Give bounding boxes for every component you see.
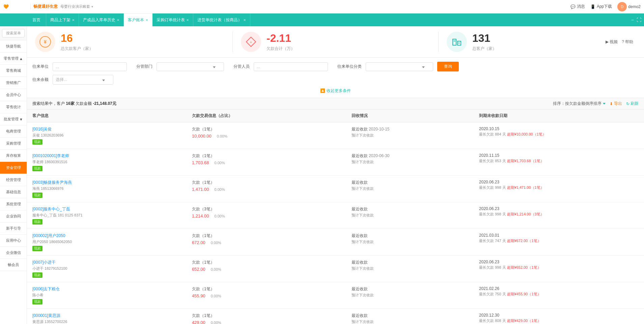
debt-cell: 欠款（1笔） 429.00 0.00% — [192, 313, 352, 324]
sort-chevron-icon — [603, 103, 606, 105]
balance-label: 往来余额 — [32, 77, 49, 83]
search-menu-input[interactable]: 搜索菜单 — [2, 29, 25, 37]
message-label: 消息 — [577, 4, 585, 9]
tab-close-icon[interactable]: ✕ — [117, 18, 119, 22]
overdue-link[interactable]: 超期¥1,703.68（1笔） — [507, 159, 544, 163]
tab-customer-account[interactable]: 客户账本 ✕ — [124, 13, 152, 26]
customer-name-link[interactable]: [0007]小进干 — [32, 260, 56, 265]
stat-icon-owing: ¥ — [35, 32, 55, 52]
overdue-link[interactable]: 超期¥672.00（1笔） — [507, 239, 541, 243]
sidebar-item-capital-mgmt[interactable]: 资金管理 — [0, 162, 27, 174]
sidebar-item-system-mgmt[interactable]: 系统管理 — [0, 198, 27, 210]
nav-dropdown-icon[interactable]: ▾ — [91, 5, 93, 8]
overdue-link[interactable]: 超期¥455.90（1笔） — [507, 292, 541, 296]
unit-category-select[interactable] — [366, 62, 433, 71]
recovery-label: 最近收款 — [352, 260, 479, 265]
debt-amount: 10,000.00 — [192, 134, 212, 139]
debt-cell: 欠款（1笔） 455.90 0.00% — [192, 286, 352, 304]
due-date: 2020.06.23 — [479, 206, 639, 211]
tab-inventory-summary[interactable]: 进货单统计表（按商品） ✕ — [193, 13, 250, 26]
tab-purchase-order[interactable]: 采购订单统计表 ✕ — [152, 13, 193, 26]
customer-name-link[interactable]: [0001020001]李老师 — [32, 153, 69, 158]
person-input[interactable]: ... — [254, 62, 328, 71]
tab-close-icon[interactable]: ✕ — [186, 18, 189, 22]
overdue-link[interactable]: 超期¥1,471.00（1笔） — [507, 185, 544, 189]
overdue-link[interactable]: 超期¥1,214.00（3笔） — [507, 212, 544, 216]
recovery-label: 最近收款 — [352, 180, 479, 185]
tab-close-icon[interactable]: ✕ — [72, 18, 75, 22]
overdue-link[interactable]: 超期¥10,000.00（1笔） — [507, 132, 546, 136]
user-menu[interactable]: D demo2 — [617, 2, 641, 11]
sidebar-item-retail-stats[interactable]: 零售统计 — [0, 101, 27, 113]
sidebar-item-quick-nav[interactable]: 快捷导航 — [0, 40, 27, 53]
recovery-next: 预计下次收款 — [352, 213, 479, 218]
sidebar-item-new-guide[interactable]: 新手引导 — [0, 223, 27, 235]
sort-button[interactable]: 排序：按欠款金额倒序排序 — [553, 101, 606, 107]
header-right: 💬 消息 📱 App下载 D demo2 — [570, 2, 641, 11]
sidebar-item-marketing[interactable]: 营销推广 — [0, 77, 27, 89]
tab-close-icon[interactable]: ✕ — [243, 18, 246, 22]
sidebar-item-enterprise-collab[interactable]: 企业协同 — [0, 210, 27, 223]
query-button[interactable]: 查询 — [437, 62, 459, 71]
customer-name-link[interactable]: [0016]吴俊 — [32, 127, 52, 131]
message-btn[interactable]: 💬 消息 — [570, 4, 585, 9]
overdue-link[interactable]: 超期¥652.00（1笔） — [507, 265, 541, 269]
sidebar-item-inventory-check[interactable]: 库存核算 — [0, 150, 27, 162]
recovery-label: 最近收款 — [352, 233, 479, 239]
overdue-link[interactable]: 超期¥429.00（1笔） — [507, 319, 541, 323]
tab-close-icon[interactable]: ✕ — [145, 18, 148, 22]
refresh-button[interactable]: ↻ 刷新 — [626, 101, 639, 107]
customer-name-link[interactable]: [000001]黄思源 — [32, 313, 60, 318]
tab-label: 产成品入库单历史 — [83, 17, 115, 23]
help-btn[interactable]: ? 帮助 — [622, 39, 633, 45]
app-download-btn[interactable]: 📱 App下载 — [590, 4, 612, 9]
due-date: 2020.06.23 — [479, 180, 639, 184]
sidebar-item-basic-info[interactable]: 基础信息 — [0, 186, 27, 198]
collapse-btn[interactable]: 🔼 收起更多条件 — [32, 88, 639, 94]
tab-label: 商品上下架 — [50, 17, 71, 23]
sidebar-item-retail-store[interactable]: 零售商城 — [0, 65, 27, 77]
balance-select[interactable]: 选择... — [53, 75, 113, 85]
nav-minimize-icon[interactable]: − — [631, 17, 634, 23]
sidebar-label: 库存核算 — [6, 153, 21, 157]
video-btn[interactable]: ▶ 视频 — [606, 39, 618, 45]
recovery-next: 预计下次收款 — [352, 266, 479, 271]
sidebar-item-member-center[interactable]: 会员中心 — [0, 89, 27, 101]
customer-name-link[interactable]: [0002]服务中心_丁磊 — [32, 207, 70, 211]
customer-name-link[interactable]: [0003]畅捷服务尹海燕 — [32, 180, 72, 185]
sidebar-item-app-center[interactable]: 应用中心 — [0, 235, 27, 247]
tab-products-shelf[interactable]: 商品上下架 ✕ — [46, 13, 79, 26]
sidebar-item-purchase-mgmt[interactable]: 采购管理 — [0, 138, 27, 150]
sidebar-label: 应用中心 — [6, 238, 21, 242]
customer-name-link[interactable]: [0006]去下粮仓 — [32, 287, 60, 291]
app-name: 畅捷通好生意 — [33, 4, 58, 9]
sidebar-item-biz-mgmt[interactable]: 经营管理 — [0, 174, 27, 186]
balance-chevron — [102, 78, 105, 82]
nav-tabs-actions: − ⛶ — [631, 17, 644, 23]
export-button[interactable]: ⬇ 导出 — [610, 101, 622, 107]
stat-label-customers: 总欠款客户（家） — [61, 46, 93, 52]
sidebar-item-retail-mgmt[interactable]: 零售管理 ▲ — [0, 53, 27, 65]
chevron-icon: ▲ — [19, 57, 23, 61]
due-cell: 2020.06.23 最长欠款 998 天 超期¥652.00（1笔） — [479, 260, 639, 278]
nav-maximize-icon[interactable]: ⛶ — [637, 17, 641, 23]
due-overdue: 最长欠款 998 天 超期¥1,471.00（1笔） — [479, 185, 639, 190]
sidebar-item-batch-mgmt[interactable]: 批发管理 ▼ — [0, 113, 27, 125]
recovery-cell: 最近收款 预计下次收款 — [352, 313, 479, 324]
debt-row: 10,000.00 0.00% — [192, 134, 352, 139]
customer-cell: [0007]小进干 小进干 18279152100 现款 — [32, 260, 192, 278]
sidebar-item-ecom-mgmt[interactable]: 电商管理 — [0, 125, 27, 138]
sidebar-item-member-vip[interactable]: 畅会员 — [0, 259, 27, 271]
from-unit-input[interactable]: ... — [53, 62, 127, 71]
tab-home[interactable]: 首页 — [27, 13, 46, 26]
stats-row: ¥ 16 总欠款客户（家） + -2.11 欠款合计（万） — [27, 26, 644, 58]
customer-name-link[interactable]: [000002]用户2050 — [32, 233, 65, 238]
tab-production-history[interactable]: 产成品入库单历史 ✕ — [79, 13, 124, 26]
dept-select[interactable] — [157, 62, 224, 71]
sidebar-item-enterprise-wechat[interactable]: 企业微信 — [0, 247, 27, 259]
tab-label: 采购订单统计表 — [157, 17, 185, 23]
recovery-cell: 最近收款 预计下次收款 — [352, 260, 479, 278]
person-dots: ... — [257, 64, 260, 69]
header-due: 到期未收款日期 — [479, 113, 639, 119]
from-unit-dots: ... — [56, 64, 59, 69]
